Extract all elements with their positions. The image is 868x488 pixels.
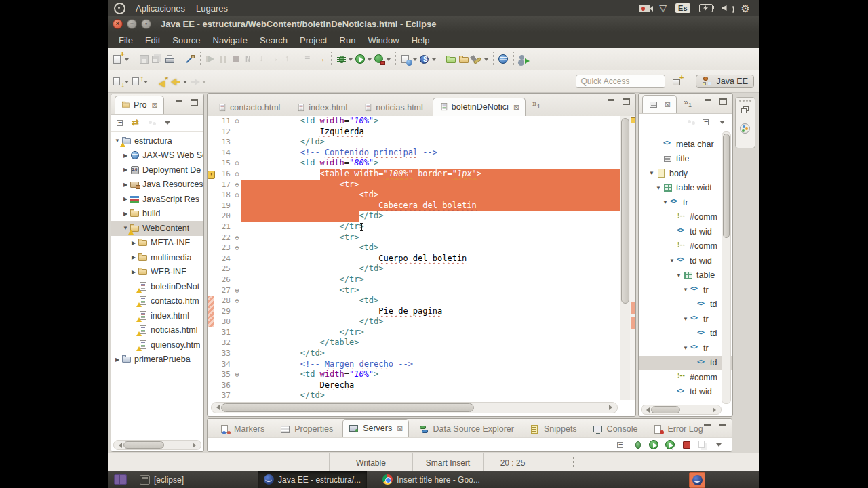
volume-icon[interactable] <box>722 4 732 12</box>
code-line-text[interactable]: Izquierda <box>241 127 635 138</box>
tree-item-quiensoy-htm[interactable]: quiensoy.htm <box>111 338 203 352</box>
window-minimize-button[interactable]: − <box>127 19 137 29</box>
tree-item-table[interactable]: ▼table <box>639 268 732 283</box>
menu-help[interactable]: Help <box>406 33 436 47</box>
tree-expander-icon[interactable]: ▼ <box>654 185 663 191</box>
overview-ruler[interactable] <box>630 116 635 400</box>
tree-item-td[interactable]: td <box>639 327 732 342</box>
open-folder-button[interactable] <box>458 52 471 66</box>
keyboard-layout-icon[interactable]: Es <box>675 3 690 13</box>
outline-vscrollbar[interactable] <box>722 131 731 404</box>
back-dropdown-arrow[interactable] <box>183 81 187 85</box>
new-web-wizard-dropdown-arrow[interactable] <box>413 58 417 63</box>
tree-item-java-resources[interactable]: ▶Java Resources <box>111 178 203 192</box>
tree-expander-icon[interactable]: ▼ <box>682 345 690 351</box>
tree-expander-icon[interactable]: ▼ <box>661 199 669 205</box>
code-line-32[interactable]: 32 </table> <box>208 338 635 348</box>
collapse-all-icon[interactable] <box>701 117 713 128</box>
start-server-icon[interactable] <box>648 439 660 451</box>
code-line-11[interactable]: 11⊖ <td width="10%"> <box>208 116 635 127</box>
window-maximize-button[interactable]: ▫ <box>141 19 151 29</box>
menu-search[interactable]: Search <box>254 33 294 47</box>
collapse-all-icon[interactable] <box>115 117 127 129</box>
hidden-tabs-chevron[interactable]: »1 <box>532 99 540 110</box>
tree-item-title[interactable]: title <box>639 152 732 167</box>
back-button[interactable] <box>170 75 189 89</box>
new-servlet-button[interactable] <box>418 52 437 66</box>
tab-data-source-explorer[interactable]: Data Source Explorer <box>412 420 520 437</box>
code-editor[interactable]: 11⊖ <td width="10%">12 Izquierda13 </td>… <box>208 116 635 400</box>
code-line-17[interactable]: 17⊖ <tr> <box>208 180 635 190</box>
code-line-text[interactable]: </td> <box>241 137 635 148</box>
tab-servers[interactable]: Servers⊠ <box>342 419 409 437</box>
menu-edit[interactable]: Edit <box>139 33 166 47</box>
close-tab-icon[interactable]: ⊠ <box>397 424 403 433</box>
tree-item-td[interactable]: td <box>639 356 732 371</box>
launch-tool-button[interactable] <box>315 52 328 66</box>
print-button[interactable] <box>163 52 176 66</box>
tree-expander-icon[interactable]: ▶ <box>130 254 138 260</box>
tree-item-deployment-de[interactable]: ▶Deployment De <box>111 163 203 178</box>
code-line-26[interactable]: 26 </tr> <box>208 274 635 285</box>
code-line-text[interactable]: <td width="80%"> <box>241 158 635 169</box>
tree-item-jax-ws-web-se[interactable]: ▶JAX-WS Web Se <box>111 148 203 163</box>
profile-server-icon[interactable] <box>665 439 676 451</box>
tree-item-meta-char[interactable]: meta char <box>639 137 732 152</box>
code-line-19[interactable]: 19 Cabecera del boletin <box>208 201 635 211</box>
drag-handle-icon[interactable] <box>739 100 741 102</box>
view-menu-icon[interactable] <box>713 439 725 451</box>
code-line-text[interactable]: <!-- Margen derecho --> <box>241 359 635 370</box>
code-line-text[interactable]: <td> <box>241 243 635 253</box>
web-browser-button[interactable] <box>497 52 510 66</box>
collapse-all-icon[interactable] <box>616 439 627 451</box>
code-line-35[interactable]: 35⊖ <td width="10%"> <box>208 369 635 380</box>
new-web-wizard-button[interactable] <box>399 52 418 66</box>
new-servlet-dropdown-arrow[interactable] <box>432 58 436 63</box>
code-line-12[interactable]: 12 Izquierda <box>208 127 635 138</box>
code-line-text[interactable]: <table width="100%" border="1px"> <box>241 169 635 180</box>
code-line-text[interactable]: <tr> <box>241 232 635 243</box>
new-wizard-button[interactable] <box>111 52 130 66</box>
scrollbar-thumb[interactable] <box>221 403 474 412</box>
fold-toggle-icon[interactable]: ⊖ <box>233 116 241 127</box>
battery-icon[interactable] <box>699 4 713 12</box>
code-line-36[interactable]: 36 Derecha <box>208 380 635 391</box>
code-line-text[interactable]: <tr> <box>241 285 635 296</box>
editor-tab-noticias-html[interactable]: noticias.html <box>357 99 429 116</box>
menu-file[interactable]: File <box>113 33 139 47</box>
editor-hscrollbar[interactable] <box>211 402 618 413</box>
tree-expander-icon[interactable]: ▶ <box>121 152 130 159</box>
code-line-25[interactable]: 25 </td> <box>208 264 635 274</box>
run-dropdown-arrow[interactable] <box>368 58 372 63</box>
tree-item-tr[interactable]: ▼tr <box>639 312 732 327</box>
fold-toggle-icon[interactable]: ⊖ <box>233 243 241 253</box>
debug-dropdown-arrow[interactable] <box>349 58 353 63</box>
code-line-28[interactable]: 28⊖ <td> <box>208 296 635 306</box>
code-line-23[interactable]: 23⊖ <td> <box>208 243 635 253</box>
menu-source[interactable]: Source <box>166 33 206 47</box>
fold-toggle-icon[interactable]: ⊖ <box>233 169 241 180</box>
code-line-34[interactable]: 34 <!-- Margen derecho --> <box>208 359 635 370</box>
tree-item-td[interactable]: td <box>639 298 732 312</box>
link-with-editor-icon[interactable] <box>131 117 142 129</box>
code-line-text[interactable]: <!-- Contenido principal --> <box>241 148 635 159</box>
occurrence-mark[interactable] <box>631 317 635 329</box>
code-line-20[interactable]: 20 </td> <box>208 211 635 222</box>
scroll-left-icon[interactable] <box>644 407 650 413</box>
tree-expander-icon[interactable]: ▼ <box>682 287 690 293</box>
code-line-22[interactable]: 22⊖ <tr> <box>208 232 635 243</box>
tab-error-log[interactable]: Error Log <box>647 420 709 437</box>
code-line-text[interactable]: </td> <box>241 317 635 327</box>
tab-markers[interactable]: Markers <box>214 420 271 437</box>
fold-toggle-icon[interactable]: ⊖ <box>233 232 241 243</box>
menu-aplicaciones[interactable]: Aplicaciones <box>130 1 191 16</box>
scroll-right-icon[interactable] <box>609 405 615 410</box>
scroll-right-icon[interactable] <box>193 443 199 448</box>
code-line-24[interactable]: 24 Cuerpo del boletin <box>208 253 635 264</box>
taskbar-eclipse-launcher[interactable] <box>689 472 705 488</box>
last-edit-location-button[interactable] <box>157 75 170 89</box>
code-line-text[interactable]: <td width="10%"> <box>241 116 635 127</box>
scroll-left-icon[interactable] <box>116 443 122 448</box>
tree-expander-icon[interactable]: ▶ <box>121 182 130 188</box>
new-wizard-dropdown-arrow[interactable] <box>125 58 129 63</box>
